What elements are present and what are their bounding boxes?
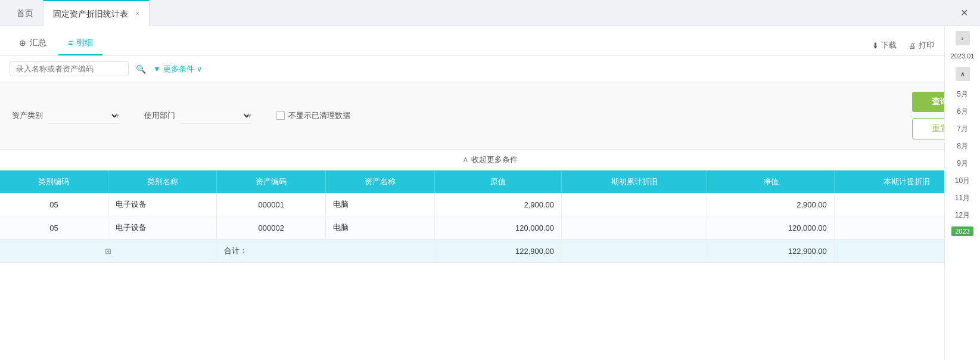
filter-row-1: 资产类别 ▼ 使用部门 ▼ 不显示已清理数据 查询 重置 [12, 92, 968, 139]
side-month-5[interactable]: 5月 [945, 86, 980, 103]
col-header-asset-code: 资产编码 [217, 170, 326, 193]
side-month-6[interactable]: 6月 [945, 103, 980, 120]
window-close-button[interactable]: ✕ [956, 5, 973, 21]
side-panel-expand-button[interactable]: › [956, 31, 970, 45]
no-cleared-filter: 不显示已清理数据 [276, 110, 350, 121]
cell-category-code-2: 05 [0, 216, 108, 240]
search-input[interactable] [10, 61, 129, 76]
main-content: ⊕ 汇总 ≡ 明细 ⬇ 下载 🖨 打印 ↻ 刷新 🔍 ▼ [0, 26, 980, 360]
side-month-10[interactable]: 10月 [945, 172, 980, 190]
nav-up-icon[interactable]: ∧ [956, 67, 970, 81]
col-header-original-value: 原值 [434, 170, 562, 193]
chevron-down-icon: ∨ [197, 64, 203, 73]
download-label: 下载 [881, 40, 897, 51]
side-month-7[interactable]: 7月 [945, 120, 980, 138]
cell-net-value-2: 120,000.00 [707, 216, 835, 240]
detail-icon: ≡ [68, 38, 73, 48]
tab-detail-label: 明细 [76, 38, 93, 48]
table-header-row: 类别编码 类别名称 资产编码 资产名称 原值 期初累计折旧 净值 本期计提折旧 [0, 170, 980, 193]
side-month-12[interactable]: 12月 [945, 207, 980, 224]
advanced-filter: 资产类别 ▼ 使用部门 ▼ 不显示已清理数据 查询 重置 [0, 82, 980, 150]
tab-close-icon[interactable]: × [135, 1, 139, 27]
table-total-row: ⊞ 合计： 122,900.00 122,900.00 [0, 240, 980, 263]
sub-tab-bar: ⊕ 汇总 ≡ 明细 ⬇ 下载 🖨 打印 ↻ 刷新 [0, 26, 980, 56]
print-button[interactable]: 🖨 打印 [909, 40, 934, 51]
collapse-button[interactable]: ∧ 收起更多条件 [0, 150, 980, 170]
col-header-category-code: 类别编码 [0, 170, 108, 193]
download-icon: ⬇ [872, 41, 879, 50]
data-table-wrapper: 类别编码 类别名称 资产编码 资产名称 原值 期初累计折旧 净值 本期计提折旧 … [0, 170, 980, 360]
tab-detail[interactable]: ≡ 明细 [58, 32, 102, 55]
data-table: 类别编码 类别名称 资产编码 资产名称 原值 期初累计折旧 净值 本期计提折旧 … [0, 170, 980, 263]
total-net-value: 122,900.00 [707, 240, 835, 263]
cell-original-value-2: 120,000.00 [434, 216, 562, 240]
col-header-net-value: 净值 [707, 170, 835, 193]
tab-active-label: 固定资产折旧统计表 [53, 1, 128, 27]
cell-category-code-1: 05 [0, 193, 108, 216]
tab-summary-label: 汇总 [30, 38, 46, 48]
table-row: 05 电子设备 000002 电脑 120,000.00 120,000.00 [0, 216, 980, 240]
cell-net-value-1: 2,900.00 [707, 193, 835, 216]
department-filter: 使用部门 ▼ [144, 108, 253, 123]
side-panel: › 2023.01 ∧ 5月 6月 7月 8月 9月 10月 11月 12月 2… [944, 26, 980, 360]
cell-original-value-1: 2,900.00 [434, 193, 562, 216]
cell-asset-code-1: 000001 [217, 193, 326, 216]
tab-bar: 首页 固定资产折旧统计表 × ✕ [0, 0, 980, 26]
year-badge[interactable]: 2023 [951, 226, 973, 236]
total-original-value: 122,900.00 [434, 240, 562, 263]
total-icon: ⊞ [105, 247, 111, 256]
download-button[interactable]: ⬇ 下载 [872, 40, 897, 51]
cell-category-name-1: 电子设备 [108, 193, 217, 216]
print-label: 打印 [919, 40, 934, 51]
search-icon[interactable]: 🔍 [136, 64, 146, 74]
total-label-cell: 合计： [217, 240, 434, 263]
cell-category-name-2: 电子设备 [108, 216, 217, 240]
col-header-asset-name: 资产名称 [325, 170, 434, 193]
total-icon-cell: ⊞ [0, 240, 217, 263]
filter-icon: ▼ [153, 64, 161, 73]
more-conditions-label: 更多条件 [163, 64, 194, 75]
side-month-11[interactable]: 11月 [945, 190, 980, 207]
cell-asset-name-2: 电脑 [325, 216, 434, 240]
tab-active[interactable]: 固定资产折旧统计表 × [43, 0, 150, 26]
col-header-category-name: 类别名称 [108, 170, 217, 193]
asset-category-label: 资产类别 [12, 110, 43, 121]
print-icon: 🖨 [909, 41, 916, 50]
cell-accumulated-dep-1 [562, 193, 707, 216]
department-select[interactable] [180, 108, 251, 123]
summary-icon: ⊕ [19, 38, 26, 48]
side-month-8[interactable]: 8月 [945, 138, 980, 155]
table-row: 05 电子设备 000001 电脑 2,900.00 2,900.00 [0, 193, 980, 216]
no-cleared-checkbox[interactable] [276, 111, 285, 120]
no-cleared-label: 不显示已清理数据 [288, 110, 350, 121]
filter-bar: 🔍 ▼ 更多条件 ∨ [0, 56, 980, 82]
more-conditions-button[interactable]: ▼ 更多条件 ∨ [153, 64, 203, 75]
col-header-accumulated-dep: 期初累计折旧 [562, 170, 707, 193]
side-month-9[interactable]: 9月 [945, 155, 980, 172]
side-date-label: 2023.01 [948, 50, 977, 62]
asset-category-filter: 资产类别 ▼ [12, 108, 120, 123]
cell-asset-code-2: 000002 [217, 216, 326, 240]
department-label: 使用部门 [144, 110, 175, 121]
tab-home[interactable]: 首页 [7, 0, 43, 26]
cell-accumulated-dep-2 [562, 216, 707, 240]
tab-summary[interactable]: ⊕ 汇总 [10, 32, 56, 55]
total-accumulated-dep [562, 240, 707, 263]
cell-asset-name-1: 电脑 [325, 193, 434, 216]
asset-category-select[interactable] [48, 108, 119, 123]
